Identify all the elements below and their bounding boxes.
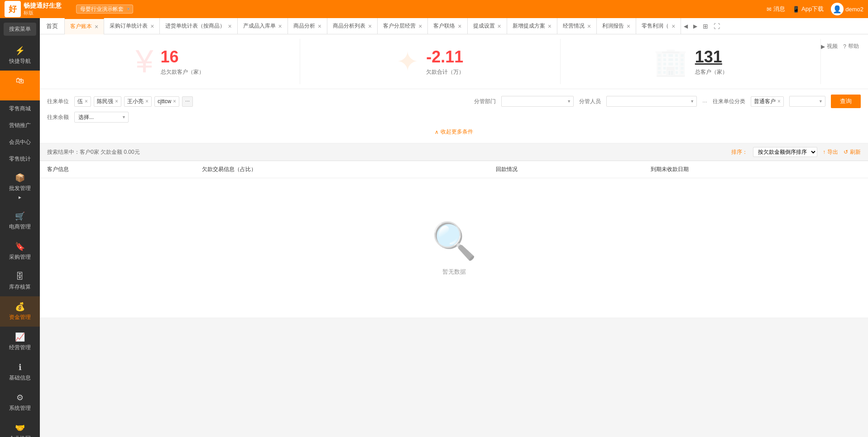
- tab-home[interactable]: 首页: [40, 18, 65, 34]
- logo-text-group: 畅捷通好生意 标版: [24, 2, 62, 16]
- dept-select[interactable]: [501, 96, 574, 107]
- tab-customer-account[interactable]: 客户账本 ×: [65, 18, 104, 34]
- tab-raise-settings-close[interactable]: ×: [498, 23, 501, 30]
- enterprise-coop-label: 企业协同: [9, 435, 31, 437]
- sort-select[interactable]: 按欠款金额倒序排序: [753, 147, 817, 157]
- sidebar-search-button[interactable]: 搜索菜单: [4, 23, 36, 36]
- unit-class-select-wrap[interactable]: [789, 96, 825, 107]
- tab-operation-status[interactable]: 经营情况 ×: [557, 18, 597, 34]
- sidebar-item-member-center[interactable]: 会员中心: [0, 134, 40, 151]
- unit-tag-wu[interactable]: 伍 ×: [74, 96, 91, 107]
- unit-tag-cjttcw[interactable]: cjttcw ×: [154, 96, 179, 107]
- tab-operation-status-close[interactable]: ×: [587, 23, 591, 30]
- tab-new-raise-plan[interactable]: 新增提成方案 ×: [507, 18, 557, 34]
- sidebar-item-enterprise-coop[interactable]: 🤝 企业协同: [0, 418, 40, 437]
- person-select-wrap[interactable]: [606, 96, 697, 107]
- tab-profit-report-close[interactable]: ×: [627, 23, 630, 30]
- video-help-btn[interactable]: ▶ 视频: [821, 43, 838, 50]
- wholesale-arrow: ▸: [19, 194, 21, 200]
- balance-select-wrap[interactable]: 选择...: [74, 112, 129, 123]
- tab-goods-analysis[interactable]: 商品分析 ×: [288, 18, 327, 34]
- content-area: 首页 客户账本 × 采购订单统计表 × 进货单统计表（按商品） × 产成品入库单…: [40, 18, 868, 437]
- tab-goods-in-stats[interactable]: 进货单统计表（按商品） ×: [160, 18, 237, 34]
- sidebar-item-marketing[interactable]: 营销推广: [0, 117, 40, 134]
- message-label: 消息: [773, 5, 785, 13]
- tab-product-in-single-close[interactable]: ×: [278, 23, 282, 30]
- unit-tag-chen-close[interactable]: ×: [115, 98, 118, 104]
- query-button[interactable]: 查询: [831, 95, 861, 108]
- wholesale-label: 批发管理: [9, 185, 31, 192]
- tab-customer-tier[interactable]: 客户分层经营 ×: [378, 18, 428, 34]
- tab-goods-in-stats-close[interactable]: ×: [228, 23, 231, 30]
- tab-goods-analysis-list-close[interactable]: ×: [368, 23, 372, 30]
- tab-scroll-right[interactable]: ▶: [691, 18, 700, 34]
- sidebar-item-system[interactable]: ⚙ 系统管理: [0, 387, 40, 418]
- tab-scroll-left[interactable]: ◀: [681, 18, 691, 34]
- stat-icon-customers: ¥: [136, 43, 153, 80]
- user-avatar-btn[interactable]: 👤 demo2: [831, 3, 863, 15]
- sidebar-item-retail-stats[interactable]: 零售统计: [0, 151, 40, 167]
- tab-profit-report[interactable]: 利润报告 ×: [597, 18, 636, 34]
- tab-new-raise-plan-close[interactable]: ×: [548, 23, 551, 30]
- sidebar-item-retail-mgmt[interactable]: 🛍 零售管理: [0, 71, 40, 100]
- tab-retail-profit[interactable]: 零售利润（ ×: [636, 18, 681, 34]
- col-overdue-date: 到期未收款日期: [643, 161, 868, 178]
- balance-select[interactable]: 选择...: [74, 112, 129, 123]
- unit-class-tag-normal[interactable]: 普通客户 ×: [751, 96, 784, 107]
- unit-tag-cjttcw-close[interactable]: ×: [173, 98, 176, 104]
- tab-purchase-order-stats-close[interactable]: ×: [150, 23, 154, 30]
- sidebar-item-inventory[interactable]: 🗄 库存核算: [0, 266, 40, 296]
- tab-goods-analysis-list[interactable]: 商品分析列表 ×: [327, 18, 378, 34]
- refresh-btn[interactable]: ↺ 刷新: [844, 148, 861, 156]
- tab-operation-status-label: 经营情况: [563, 22, 585, 30]
- tab-retail-profit-close[interactable]: ×: [671, 23, 675, 30]
- top-bar-right: ✉ 消息 📱 App下载 👤 demo2: [767, 3, 863, 15]
- unit-tag-wang-close[interactable]: ×: [145, 98, 149, 104]
- sidebar-item-ecommerce[interactable]: 🛒 电商管理: [0, 206, 40, 236]
- tab-customer-contact-close[interactable]: ×: [458, 23, 461, 30]
- tab-fullscreen-btn[interactable]: ⛶: [711, 18, 723, 34]
- collapse-btn[interactable]: ∧ 收起更多条件: [47, 126, 861, 138]
- help-links: ▶ 视频 ? 帮助: [821, 39, 868, 84]
- account-selector[interactable]: 母婴行业演示帐套: [76, 5, 133, 14]
- tab-goods-analysis-close[interactable]: ×: [318, 23, 321, 30]
- message-btn[interactable]: ✉ 消息: [767, 5, 785, 13]
- capital-label: 资金管理: [9, 314, 31, 321]
- filter-row-1: 往来单位 伍 × 陈民强 × 王小亮: [47, 95, 861, 108]
- sidebar-item-retail-mall[interactable]: 零售商城: [0, 100, 40, 117]
- sidebar-item-basic-info[interactable]: ℹ 基础信息: [0, 357, 40, 387]
- unit-tag-chen[interactable]: 陈民强 ×: [94, 96, 121, 107]
- quick-nav-icon: ⚡: [15, 46, 25, 56]
- sidebar-item-purchase[interactable]: 🔖 采购管理: [0, 236, 40, 266]
- tab-customer-contact[interactable]: 客户联络 ×: [428, 18, 467, 34]
- sidebar-item-wholesale-mgmt[interactable]: 📦 批发管理 ▸: [0, 167, 40, 206]
- app-download-btn[interactable]: 📱 App下载: [792, 5, 824, 13]
- logo: 好 畅捷通好生意 标版: [5, 1, 62, 17]
- export-icon: ↑: [823, 149, 825, 155]
- unit-class-tag-normal-close[interactable]: ×: [777, 98, 781, 104]
- tab-product-in-single[interactable]: 产成品入库单 ×: [238, 18, 288, 34]
- collapse-label: 收起更多条件: [441, 128, 473, 136]
- tab-customer-tier-close[interactable]: ×: [418, 23, 422, 30]
- tab-expand-btn[interactable]: ⊞: [700, 18, 711, 34]
- operation-label: 经营管理: [9, 344, 31, 352]
- tab-raise-settings[interactable]: 提成设置 ×: [468, 18, 507, 34]
- person-select-more[interactable]: ···: [702, 98, 707, 105]
- sidebar-item-capital[interactable]: 💰 资金管理: [0, 296, 40, 327]
- help-btn[interactable]: ? 帮助: [843, 43, 859, 50]
- logo-text: 畅捷通好生意: [24, 2, 62, 10]
- sidebar-item-operation[interactable]: 📈 经营管理: [0, 327, 40, 357]
- unit-class-select[interactable]: [789, 96, 825, 107]
- video-icon: ▶: [821, 43, 825, 50]
- account-selector-wrap[interactable]: 母婴行业演示帐套 ▼: [69, 5, 133, 14]
- unit-tag-wang[interactable]: 王小亮 ×: [124, 96, 152, 107]
- person-select[interactable]: [606, 96, 697, 107]
- export-btn[interactable]: ↑ 导出: [823, 148, 838, 156]
- sidebar-item-quick-nav[interactable]: ⚡ 快捷导航: [0, 40, 40, 71]
- stat-value-debt: -2.11: [426, 48, 464, 66]
- unit-tag-wu-close[interactable]: ×: [85, 98, 88, 104]
- tab-customer-account-close[interactable]: ×: [95, 23, 98, 30]
- dept-select-wrap[interactable]: [501, 96, 574, 107]
- unit-tag-more[interactable]: ···: [182, 96, 193, 107]
- tab-purchase-order-stats[interactable]: 采购订单统计表 ×: [104, 18, 160, 34]
